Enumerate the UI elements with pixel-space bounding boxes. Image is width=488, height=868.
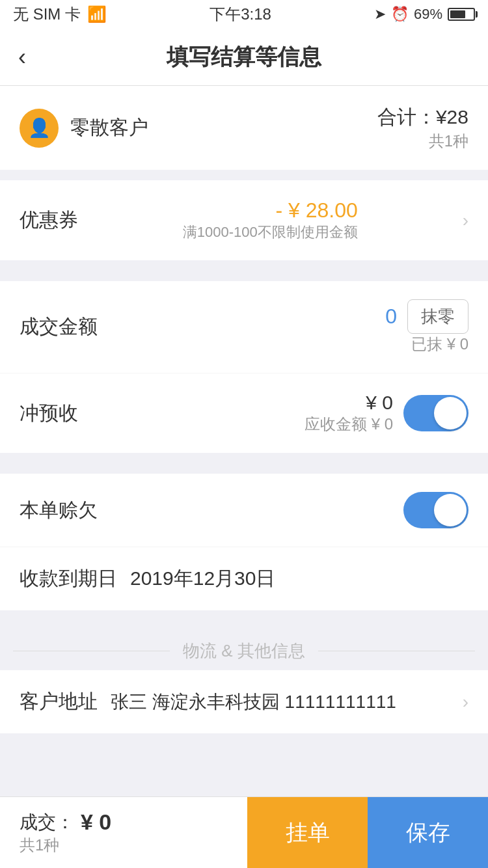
debit-row: 本单赊欠 bbox=[0, 474, 488, 547]
status-bar: 无 SIM 卡 📶 下午3:18 ➤ ⏰ 69% bbox=[0, 0, 488, 29]
due-date-label: 收款到期日 bbox=[20, 565, 117, 592]
address-section[interactable]: 客户地址 张三 海淀永丰科技园 11111111111 › bbox=[0, 670, 488, 733]
bottom-count: 共1种 bbox=[20, 835, 228, 856]
chong-sub-amount: 应收金额 ¥ 0 bbox=[305, 414, 393, 435]
chong-right: ¥ 0 应收金额 ¥ 0 bbox=[305, 392, 468, 435]
alarm-icon: ⏰ bbox=[391, 6, 409, 23]
deal-amount-sub: 已抹 ¥ 0 bbox=[411, 334, 468, 355]
avatar: 👤 bbox=[20, 109, 59, 148]
network-indicator: 无 SIM 卡 bbox=[13, 4, 81, 25]
address-chevron-icon: › bbox=[463, 692, 468, 712]
wifi-icon: 📶 bbox=[87, 5, 107, 23]
status-left: 无 SIM 卡 📶 bbox=[13, 4, 107, 25]
nav-bar: ‹ 填写结算等信息 bbox=[0, 29, 488, 86]
coupon-section[interactable]: 优惠券 - ¥ 28.00 满1000-100不限制使用金额 › bbox=[0, 180, 488, 260]
logistics-text: 物流 & 其他信息 bbox=[183, 640, 305, 662]
battery-percent: 69% bbox=[414, 6, 442, 23]
debit-toggle[interactable] bbox=[403, 492, 468, 528]
deal-amount-value[interactable]: 0 bbox=[385, 305, 397, 329]
address-label: 客户地址 bbox=[20, 688, 98, 715]
bottom-deal: 成交： ¥ 0 bbox=[20, 809, 228, 835]
debit-toggle-knob bbox=[434, 494, 467, 526]
location-icon: ➤ bbox=[374, 6, 386, 23]
save-button[interactable]: 保存 bbox=[368, 797, 488, 869]
coupon-right: - ¥ 28.00 满1000-100不限制使用金额 bbox=[183, 198, 358, 242]
total-count: 共1种 bbox=[377, 131, 468, 152]
chong-prereceive-row: 冲预收 ¥ 0 应收金额 ¥ 0 bbox=[0, 373, 488, 453]
bottom-summary: 成交： ¥ 0 共1种 bbox=[0, 809, 247, 856]
due-date-value[interactable]: 2019年12月30日 bbox=[130, 565, 275, 592]
bottom-deal-price: ¥ 0 bbox=[81, 809, 111, 835]
customer-left: 👤 零散客户 bbox=[20, 109, 148, 148]
status-right: ➤ ⏰ 69% bbox=[374, 6, 475, 23]
bottom-bar: 成交： ¥ 0 共1种 挂单 保存 bbox=[0, 796, 488, 868]
section-divider-2 bbox=[0, 463, 488, 474]
back-button[interactable]: ‹ bbox=[18, 44, 26, 71]
coupon-discount: - ¥ 28.00 bbox=[183, 198, 358, 223]
deal-amount-section: 成交金额 0 抹零 已抹 ¥ 0 冲预收 ¥ 0 应收金额 ¥ 0 bbox=[0, 281, 488, 453]
chong-toggle[interactable] bbox=[403, 395, 468, 431]
debit-section: 本单赊欠 收款到期日 2019年12月30日 bbox=[0, 474, 488, 610]
debit-label: 本单赊欠 bbox=[20, 497, 98, 524]
deal-amount-label: 成交金额 bbox=[20, 314, 98, 340]
avatar-icon: 👤 bbox=[28, 117, 51, 139]
deal-amount-col: 0 抹零 已抹 ¥ 0 bbox=[385, 299, 468, 355]
chong-amounts: ¥ 0 应收金额 ¥ 0 bbox=[305, 392, 393, 435]
status-time: 下午3:18 bbox=[210, 4, 271, 25]
toggle-knob bbox=[434, 397, 467, 429]
logistics-line-right bbox=[318, 651, 475, 651]
coupon-desc: 满1000-100不限制使用金额 bbox=[183, 223, 358, 242]
customer-name: 零散客户 bbox=[70, 115, 148, 141]
address-value: 张三 海淀永丰科技园 11111111111 bbox=[111, 690, 463, 714]
battery-icon bbox=[448, 8, 475, 21]
hold-button[interactable]: 挂单 bbox=[247, 797, 368, 869]
content: 👤 零散客户 合计：¥28 共1种 优惠券 - ¥ 28.00 满1000-10… bbox=[0, 86, 488, 822]
coupon-row[interactable]: 优惠券 - ¥ 28.00 满1000-100不限制使用金额 › bbox=[0, 180, 488, 260]
page-title: 填写结算等信息 bbox=[167, 42, 321, 72]
section-divider-1 bbox=[0, 271, 488, 281]
logistics-divider: 物流 & 其他信息 bbox=[0, 631, 488, 670]
due-date-row: 收款到期日 2019年12月30日 bbox=[0, 547, 488, 610]
customer-section: 👤 零散客户 合计：¥28 共1种 bbox=[0, 86, 488, 170]
customer-row: 👤 零散客户 合计：¥28 共1种 bbox=[0, 86, 488, 170]
chevron-right-icon: › bbox=[463, 210, 468, 231]
coupon-label: 优惠券 bbox=[20, 207, 78, 234]
customer-right: 合计：¥28 共1种 bbox=[377, 104, 468, 152]
bottom-deal-label: 成交： bbox=[20, 810, 74, 835]
chong-label: 冲预收 bbox=[20, 400, 78, 427]
round-zero-button[interactable]: 抹零 bbox=[407, 299, 468, 334]
logistics-line-left bbox=[13, 651, 170, 651]
total-price: 合计：¥28 bbox=[377, 104, 468, 131]
chong-main-amount: ¥ 0 bbox=[305, 392, 393, 414]
section-divider-3 bbox=[0, 621, 488, 631]
deal-amount-row: 成交金额 0 抹零 已抹 ¥ 0 bbox=[0, 281, 488, 373]
amount-top-row: 0 抹零 bbox=[385, 299, 468, 334]
address-row[interactable]: 客户地址 张三 海淀永丰科技园 11111111111 › bbox=[0, 670, 488, 733]
